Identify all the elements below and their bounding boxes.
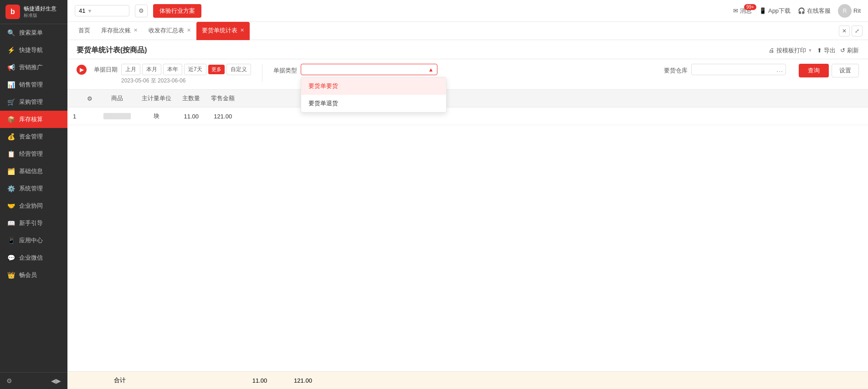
filter-divider-1 (262, 64, 262, 82)
user-avatar-button[interactable]: R Rit (838, 4, 861, 18)
date-prev-month-btn[interactable]: 上月 (121, 64, 140, 75)
filter-expand-button[interactable]: ▶ (77, 65, 87, 75)
sidebar-item-label: 企业协同 (19, 202, 43, 210)
cell-index: 1 (67, 107, 82, 125)
col-amount: 零售金额 (205, 90, 240, 107)
page-content: 要货单统计表(按商品) 🖨 按模板打印 ▼ ⬆ 导出 ↺ 刷新 ▶ (67, 40, 868, 389)
col-index (67, 90, 82, 107)
cell-unit: 块 (136, 107, 177, 125)
tab-order-stats-close[interactable]: ✕ (240, 27, 244, 33)
sidebar-item-label: 畅会员 (19, 271, 37, 279)
sidebar-item-label: 搜索菜单 (19, 29, 43, 37)
sidebar-item-label: 资金管理 (19, 133, 43, 141)
sidebar-item-label: 经营管理 (19, 150, 43, 158)
tab-recv-summary-label: 收发存汇总表 (149, 26, 184, 35)
col-product: 商品 (98, 90, 136, 107)
app-download-button[interactable]: 📱 App下载 (759, 7, 791, 15)
type-dropdown: 要货单要货 要货单退货 (301, 77, 447, 113)
date-btn-row: 上月 本月 本年 近7天 更多 自定义 (121, 64, 251, 75)
sidebar-item-member[interactable]: 👑 畅会员 (0, 266, 67, 284)
print-chevron-icon: ▼ (808, 48, 812, 53)
user-name: Rit (853, 7, 861, 14)
header-left: 41 ▼ ⚙ 体验行业方案 (75, 4, 201, 18)
chevron-down-icon: ▼ (87, 8, 92, 14)
footer-qty: 11.00 (237, 377, 282, 384)
sidebar-item-quick[interactable]: ⚡ 快捷导航 (0, 41, 67, 59)
online-service-button[interactable]: 🎧 在线客服 (798, 7, 831, 15)
guide-icon: 📖 (6, 220, 15, 227)
app-icon: 📱 (759, 7, 766, 14)
type-filter-label: 单据类型 (273, 65, 297, 75)
store-selector[interactable]: 41 ▼ (75, 5, 129, 16)
setting-button[interactable]: 设置 (832, 64, 859, 77)
sidebar-item-inventory[interactable]: 📦 库存核算 (0, 111, 67, 128)
sales-icon: 📊 (6, 81, 15, 88)
sidebar-item-wechat[interactable]: 💬 企业微信 (0, 249, 67, 266)
type-arrow-up-icon[interactable]: ▲ (428, 67, 434, 73)
page-header-actions: 🖨 按模板打印 ▼ ⬆ 导出 ↺ 刷新 (769, 46, 859, 55)
sidebar-item-label: 快捷导航 (19, 46, 43, 54)
tab-expand-btns: ✕ ⤢ (839, 26, 863, 36)
col-settings[interactable]: ⚙ (82, 90, 98, 107)
sidebar-item-purchase[interactable]: 🛒 采购管理 (0, 93, 67, 111)
collapse-footer-icon[interactable]: ◀▶ (51, 377, 61, 384)
warehouse-more-icon[interactable]: … (776, 66, 783, 74)
sidebar-item-marketing[interactable]: 📢 营销推广 (0, 59, 67, 76)
quick-icon: ⚡ (6, 46, 15, 54)
sidebar-item-finance[interactable]: 💰 资金管理 (0, 128, 67, 145)
tab-expand-button[interactable]: ⤢ (852, 26, 863, 36)
tab-recv-summary[interactable]: 收发存汇总表 ✕ (143, 22, 196, 40)
cell-amount: 121.00 (205, 107, 240, 125)
settings-footer-icon[interactable]: ⚙ (6, 377, 12, 384)
sidebar-item-apps[interactable]: 📱 应用中心 (0, 232, 67, 249)
app-name: 畅捷通好生意 (24, 5, 56, 13)
warehouse-filter-section: 要货仓库 … (664, 64, 786, 75)
type-search-input[interactable] (301, 64, 437, 75)
refresh-label: 刷新 (847, 46, 859, 55)
operation-icon: 📋 (6, 150, 15, 158)
headset-icon: 🎧 (798, 7, 805, 14)
sidebar-item-enterprise[interactable]: 🤝 企业协同 (0, 197, 67, 215)
warehouse-search-input[interactable] (691, 64, 786, 75)
gear-settings-button[interactable]: ⚙ (135, 5, 148, 17)
sidebar-item-search[interactable]: 🔍 搜索菜单 (0, 24, 67, 41)
tab-home[interactable]: 首页 (73, 22, 96, 40)
date-year-btn[interactable]: 本年 (163, 64, 182, 75)
enterprise-icon: 🤝 (6, 202, 15, 210)
sidebar-item-label: 采购管理 (19, 98, 43, 106)
sidebar-item-system[interactable]: ⚙️ 系统管理 (0, 180, 67, 197)
export-button[interactable]: ⬆ 导出 (817, 46, 836, 55)
export-label: 导出 (824, 46, 836, 55)
sidebar-item-sales[interactable]: 📊 销售管理 (0, 76, 67, 93)
sidebar-item-label: 应用中心 (19, 236, 43, 245)
tab-inventory-batch-close[interactable]: ✕ (134, 27, 138, 33)
date-custom-btn[interactable]: 自定义 (226, 64, 251, 75)
member-icon: 👑 (6, 271, 15, 279)
tab-recv-summary-close[interactable]: ✕ (187, 27, 191, 33)
cell-qty: 11.00 (177, 107, 205, 125)
basic-icon: 🗂️ (6, 168, 15, 175)
tab-inventory-batch-label: 库存批次账 (101, 26, 131, 35)
sidebar-item-guide[interactable]: 📖 新手引导 (0, 215, 67, 232)
date-7days-btn[interactable]: 近7天 (184, 64, 206, 75)
tab-home-label: 首页 (78, 26, 90, 35)
type-option-return[interactable]: 要货单退货 (301, 95, 446, 112)
print-button[interactable]: 🖨 按模板打印 ▼ (769, 46, 812, 55)
tab-inventory-batch[interactable]: 库存批次账 ✕ (96, 22, 143, 40)
tab-order-stats[interactable]: 要货单统计表 ✕ (196, 22, 250, 40)
query-button[interactable]: 查询 (799, 64, 829, 77)
type-option-order[interactable]: 要货单要货 (301, 77, 446, 95)
col-unit: 主计量单位 (136, 90, 177, 107)
main-area: 41 ▼ ⚙ 体验行业方案 ✉ 消息 99+ 📱 App下载 🎧 在线客服 (67, 0, 868, 389)
trial-button[interactable]: 体验行业方案 (153, 4, 201, 18)
sidebar-item-operation[interactable]: 📋 经营管理 (0, 145, 67, 163)
sidebar-item-label: 库存核算 (19, 115, 43, 123)
date-more-btn[interactable]: 更多 (208, 65, 225, 74)
sidebar-item-basic[interactable]: 🗂️ 基础信息 (0, 163, 67, 180)
messages-button[interactable]: ✉ 消息 99+ (733, 7, 752, 15)
date-cur-month-btn[interactable]: 本月 (142, 64, 161, 75)
date-filter-label: 单据日期 (94, 64, 118, 74)
tab-bar: 首页 库存批次账 ✕ 收发存汇总表 ✕ 要货单统计表 ✕ ✕ ⤢ (67, 22, 868, 40)
refresh-button[interactable]: ↺ 刷新 (840, 46, 859, 55)
tab-close-all-button[interactable]: ✕ (839, 26, 850, 36)
